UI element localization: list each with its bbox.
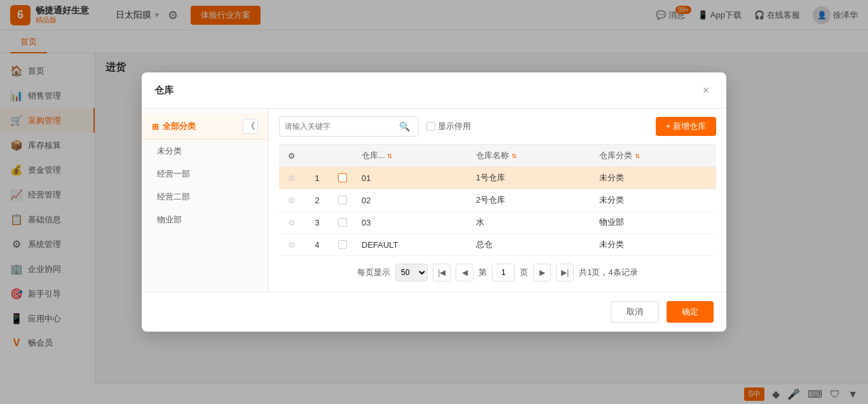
row-settings-cell: ⚙ [279,234,304,256]
pagination: 每页显示 50 10 20 100 |◀ ◀ 第 页 ▶ ▶| 共1页，4条记录 [279,256,716,284]
grid-icon: ⊞ [152,122,159,131]
add-warehouse-button[interactable]: + 新增仓库 [656,117,716,136]
dialog-footer: 取消 确定 [142,292,726,332]
show-disabled-label: 显示停用 [438,121,471,132]
per-page-select[interactable]: 50 10 20 100 [395,264,428,281]
page-label: 页 [520,267,528,278]
category-item-unclassified[interactable]: 未分类 [142,140,268,163]
row-code: 01 [355,167,470,189]
dialog-header: 仓库 × [142,72,726,109]
show-disabled-toggle[interactable]: 显示停用 [426,121,471,132]
row-number: 2 [304,189,330,212]
row-number: 4 [304,234,330,256]
category-sidebar: ⊞ 全部分类 《 未分类 经营一部 经营二部 物业部 [142,109,269,292]
prev-page-button[interactable]: ◀ [456,264,473,281]
show-disabled-checkbox[interactable] [426,122,435,131]
th-warehouse-category[interactable]: 仓库分类 ⇅ [593,145,716,167]
row-name: 1号仓库 [470,167,593,189]
warehouse-dialog: 仓库 × ⊞ 全部分类 《 未分类 经营一部 经营二部 物业部 [142,72,726,332]
category-item-dept1[interactable]: 经营一部 [142,163,268,185]
row-checkbox-cell [330,234,355,256]
first-page-button[interactable]: |◀ [433,264,451,281]
page-number-input[interactable] [492,264,515,281]
th-check [330,145,355,167]
row-code: DEFAULT [355,234,470,256]
category-all-label: 全部分类 [163,121,196,132]
th-warehouse-name[interactable]: 仓库名称 ⇅ [470,145,593,167]
row-checkbox[interactable] [338,240,347,249]
row-category: 未分类 [593,189,716,212]
row-checkbox-cell [330,212,355,234]
category-item-dept2[interactable]: 经营二部 [142,185,268,208]
table-toolbar: 🔍 显示停用 + 新增仓库 [279,116,716,137]
row-settings-cell: ⚙ [279,212,304,234]
category-collapse-button[interactable]: 《 [243,119,258,134]
row-checkbox[interactable] [338,196,347,205]
table-row[interactable]: ⚙ 2 02 2号仓库 未分类 [279,189,716,212]
total-label: 共1页，4条记录 [579,267,637,278]
row-name: 总仓 [470,234,593,256]
table-row[interactable]: ⚙ 4 DEFAULT 总仓 未分类 [279,234,716,256]
next-page-button[interactable]: ▶ [533,264,551,281]
th-warehouse-code[interactable]: 仓库... ⇅ [355,145,470,167]
category-all-item[interactable]: ⊞ 全部分类 《 [142,114,268,140]
row-category: 未分类 [593,167,716,189]
table-row[interactable]: ⚙ 1 01 1号仓库 未分类 [279,167,716,189]
table-area: 🔍 显示停用 + 新增仓库 ⚙ 仓库... ⇅ 仓库名称 ⇅ 仓库分类 ⇅ [269,109,726,292]
row-checkbox-cell [330,189,355,212]
row-code: 03 [355,212,470,234]
dialog-body: ⊞ 全部分类 《 未分类 经营一部 经营二部 物业部 🔍 [142,109,726,292]
th-gear[interactable]: ⚙ [279,145,304,167]
search-icon[interactable]: 🔍 [399,121,410,131]
row-code: 02 [355,189,470,212]
row-number: 1 [304,167,330,189]
search-input-wrap: 🔍 [279,116,419,137]
table-row[interactable]: ⚙ 3 03 水 物业部 [279,212,716,234]
dialog-overlay: 仓库 × ⊞ 全部分类 《 未分类 经营一部 经营二部 物业部 [0,0,868,404]
th-num [304,145,330,167]
confirm-button[interactable]: 确定 [667,301,714,323]
last-page-button[interactable]: ▶| [556,264,574,281]
row-settings-cell: ⚙ [279,189,304,212]
warehouse-table: ⚙ 仓库... ⇅ 仓库名称 ⇅ 仓库分类 ⇅ ⚙ 1 01 1号仓库 未分类 … [279,144,716,256]
row-settings-cell: ⚙ [279,167,304,189]
row-checkbox[interactable] [338,173,347,182]
per-page-label: 每页显示 [357,267,390,278]
category-item-property[interactable]: 物业部 [142,208,268,231]
row-checkbox[interactable] [338,218,347,227]
dialog-title: 仓库 [154,84,173,97]
row-number: 3 [304,212,330,234]
search-input[interactable] [285,122,399,131]
row-category: 物业部 [593,212,716,234]
page-word: 第 [478,267,487,278]
row-checkbox-cell [330,167,355,189]
table-header-row: ⚙ 仓库... ⇅ 仓库名称 ⇅ 仓库分类 ⇅ [279,145,716,167]
row-category: 未分类 [593,234,716,256]
row-name: 水 [470,212,593,234]
dialog-close-button[interactable]: × [698,83,714,98]
row-name: 2号仓库 [470,189,593,212]
cancel-button[interactable]: 取消 [611,301,659,323]
